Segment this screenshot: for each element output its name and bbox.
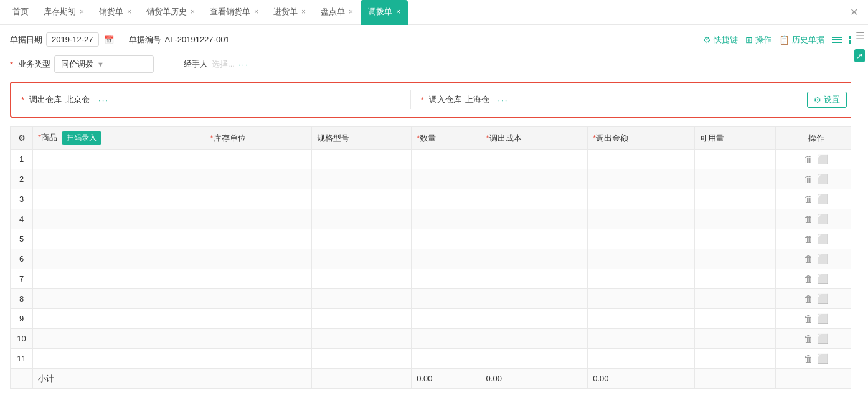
copy-icon[interactable]: ⬜ bbox=[817, 353, 829, 364]
tab-sales-close[interactable]: × bbox=[127, 7, 131, 16]
table-row: 9🗑⬜ bbox=[11, 309, 858, 329]
col-setting-header[interactable]: ⚙ bbox=[11, 127, 33, 150]
tab-purchase-label: 进货单 bbox=[273, 6, 298, 17]
warehouse-out-label: 调出仓库 bbox=[29, 94, 62, 105]
copy-icon[interactable]: ⬜ bbox=[817, 254, 829, 265]
table-row: 2🗑⬜ bbox=[11, 169, 858, 189]
delete-icon[interactable]: 🗑 bbox=[804, 254, 813, 264]
col-unit-header: *库存单位 bbox=[205, 127, 312, 150]
warehouse-divider bbox=[410, 90, 411, 109]
col-available-header: 可用量 bbox=[694, 127, 775, 150]
date-input[interactable]: 2019-12-27 bbox=[46, 32, 99, 47]
warehouse-in-dots-btn[interactable]: ··· bbox=[498, 95, 509, 105]
form-header: 单据日期 2019-12-27 📅 单据编号 AL-20191227-001 ⚙… bbox=[10, 32, 858, 47]
tab-view-sales[interactable]: 查看销货单 × bbox=[202, 0, 266, 25]
copy-icon[interactable]: ⬜ bbox=[817, 214, 829, 225]
copy-icon[interactable]: ⬜ bbox=[817, 313, 829, 325]
tab-purchase[interactable]: 进货单 × bbox=[266, 0, 313, 25]
tab-purchase-close[interactable]: × bbox=[301, 7, 306, 16]
person-label: 经手人 bbox=[184, 59, 208, 70]
right-panel-export-icon[interactable]: ↗ bbox=[854, 49, 865, 62]
business-type-select[interactable]: 同价调拨 ▼ bbox=[54, 55, 154, 73]
shortcut-label: 快捷键 bbox=[714, 34, 738, 45]
table-row: 6🗑⬜ bbox=[11, 249, 858, 269]
subtotal-row: 小计 0.00 0.00 0.00 bbox=[11, 369, 858, 389]
copy-icon[interactable]: ⬜ bbox=[817, 154, 829, 165]
table-row: 10🗑⬜ bbox=[11, 329, 858, 349]
tab-inventory-init-label: 库存期初 bbox=[44, 6, 76, 17]
tab-inventory-init-close[interactable]: × bbox=[80, 7, 84, 16]
copy-icon[interactable]: ⬜ bbox=[817, 274, 829, 285]
copy-icon[interactable]: ⬜ bbox=[817, 174, 829, 185]
tab-sales-history[interactable]: 销货单历史 × bbox=[139, 0, 202, 25]
tab-inventory-init[interactable]: 库存期初 × bbox=[36, 0, 92, 25]
tab-transfer-close[interactable]: × bbox=[396, 7, 400, 16]
tab-view-sales-close[interactable]: × bbox=[254, 7, 258, 16]
scan-btn[interactable]: 扫码录入 bbox=[62, 131, 101, 145]
view-toggle-list[interactable] bbox=[832, 37, 842, 43]
tab-sales-history-label: 销货单历史 bbox=[146, 6, 187, 17]
warehouse-out-group: * 调出仓库 北京仓 ··· bbox=[21, 94, 400, 105]
col-setting-icon[interactable]: ⚙ bbox=[18, 133, 26, 143]
operation-btn[interactable]: ⊞ 操作 bbox=[745, 34, 771, 45]
business-type-field: * 业务类型 同价调拨 ▼ bbox=[10, 55, 154, 73]
business-type-value: 同价调拨 bbox=[61, 59, 93, 70]
delete-icon[interactable]: 🗑 bbox=[804, 154, 813, 164]
toolbar-right: ⚙ 快捷键 ⊞ 操作 📋 历史单据 bbox=[703, 34, 858, 45]
copy-icon[interactable]: ⬜ bbox=[817, 333, 829, 345]
operation-label: 操作 bbox=[755, 34, 771, 45]
delete-icon[interactable]: 🗑 bbox=[804, 234, 813, 244]
delete-icon[interactable]: 🗑 bbox=[804, 353, 813, 364]
tab-sales[interactable]: 销货单 × bbox=[92, 0, 139, 25]
tab-stocktake-close[interactable]: × bbox=[349, 7, 353, 16]
history-btn[interactable]: 📋 历史单据 bbox=[779, 34, 824, 45]
delete-icon[interactable]: 🗑 bbox=[804, 274, 813, 284]
shortcut-icon: ⚙ bbox=[703, 35, 711, 45]
warehouse-in-required: * bbox=[421, 95, 424, 105]
copy-icon[interactable]: ⬜ bbox=[817, 194, 829, 205]
operation-icon: ⊞ bbox=[745, 35, 753, 45]
table-row: 8🗑⬜ bbox=[11, 289, 858, 309]
copy-icon[interactable]: ⬜ bbox=[817, 293, 829, 305]
tab-home[interactable]: 首页 bbox=[5, 0, 36, 25]
copy-icon[interactable]: ⬜ bbox=[817, 234, 829, 245]
warehouse-out-required: * bbox=[21, 95, 24, 105]
col-amount-header: *调出金额 bbox=[588, 127, 695, 150]
tab-transfer-label: 调拨单 bbox=[368, 6, 392, 17]
table-row: 4🗑⬜ bbox=[11, 209, 858, 229]
tab-stocktake[interactable]: 盘点单 × bbox=[313, 0, 361, 25]
table-row: 5🗑⬜ bbox=[11, 229, 858, 249]
col-product-header: *商品 扫码录入 bbox=[33, 127, 205, 150]
warehouse-in-label: 调入仓库 bbox=[429, 94, 461, 105]
select-arrow-icon: ▼ bbox=[97, 60, 104, 68]
person-input[interactable]: 选择... bbox=[212, 59, 235, 70]
subtotal-label: 小计 bbox=[33, 369, 205, 389]
delete-icon[interactable]: 🗑 bbox=[804, 313, 813, 324]
col-spec-header: 规格型号 bbox=[312, 127, 412, 150]
date-field: 单据日期 2019-12-27 📅 bbox=[10, 32, 114, 47]
delete-icon[interactable]: 🗑 bbox=[804, 293, 813, 304]
main-content: 单据日期 2019-12-27 📅 单据编号 AL-20191227-001 ⚙… bbox=[0, 25, 868, 395]
subtotal-amount: 0.00 bbox=[588, 369, 695, 389]
delete-icon[interactable]: 🗑 bbox=[804, 174, 813, 184]
delete-icon[interactable]: 🗑 bbox=[804, 214, 813, 224]
close-all-tabs[interactable]: ✕ bbox=[844, 3, 863, 22]
person-dots-btn[interactable]: ··· bbox=[238, 60, 249, 69]
calendar-icon[interactable]: 📅 bbox=[104, 35, 114, 44]
warehouse-out-dots-btn[interactable]: ··· bbox=[98, 95, 109, 105]
right-panel: ☰ ↗ bbox=[851, 25, 868, 395]
table-row: 1🗑⬜ bbox=[11, 150, 858, 169]
shortcut-btn[interactable]: ⚙ 快捷键 bbox=[703, 34, 738, 45]
delete-icon[interactable]: 🗑 bbox=[804, 194, 813, 204]
tab-sales-label: 销货单 bbox=[99, 6, 123, 17]
col-action-header: 操作 bbox=[775, 127, 857, 150]
right-panel-list-icon[interactable]: ☰ bbox=[856, 30, 864, 42]
business-type-required: * bbox=[10, 60, 13, 69]
setting-btn[interactable]: ⚙ 设置 bbox=[807, 92, 847, 108]
tab-home-label: 首页 bbox=[12, 6, 29, 17]
delete-icon[interactable]: 🗑 bbox=[804, 333, 813, 344]
number-value: AL-20191227-001 bbox=[165, 35, 230, 44]
tab-transfer[interactable]: 调拨单 × bbox=[361, 0, 408, 25]
table-row: 11🗑⬜ bbox=[11, 349, 858, 369]
tab-sales-history-close[interactable]: × bbox=[191, 7, 195, 16]
